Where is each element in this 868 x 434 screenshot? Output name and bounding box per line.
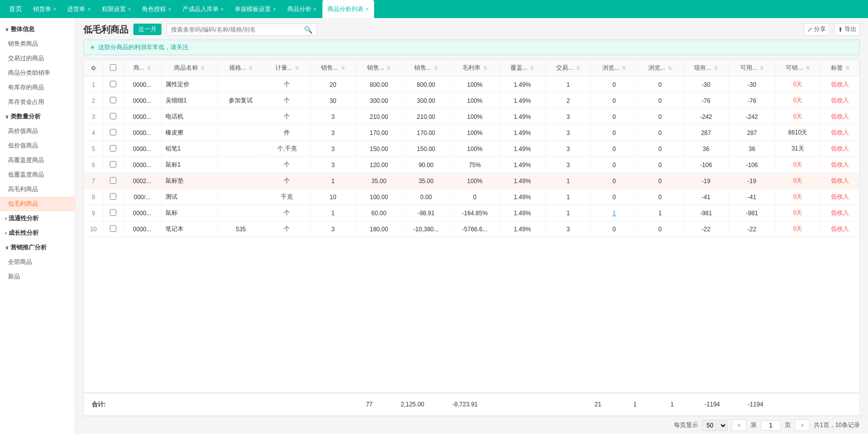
total-info: 共1页，10条记录 (814, 421, 860, 429)
sidebar-item-in-stock[interactable]: 有库存的商品 (0, 80, 75, 95)
export-button[interactable]: ⬆ 导出 (834, 23, 860, 36)
nav-home[interactable]: 首页 (4, 0, 27, 18)
th-name[interactable]: 商品名称 ⇅ (161, 60, 218, 77)
th-checkbox[interactable] (103, 60, 123, 77)
nav-analysis-list[interactable]: 商品分析列表 × (322, 0, 374, 18)
td-checkbox[interactable] (103, 141, 123, 157)
th-code[interactable]: 商... ⇅ (123, 60, 161, 77)
table-row: 3 0000... 电话机 个 3 210.00 210.00 100% 1.4… (84, 109, 859, 125)
sidebar-item-low-coverage[interactable]: 低覆盖度商品 (0, 168, 75, 182)
td-view1[interactable]: 0 (591, 141, 637, 157)
td-checkbox[interactable] (103, 205, 123, 221)
td-saleable: 0天 (775, 109, 821, 125)
th-trade[interactable]: 交易... ⇅ (545, 60, 591, 77)
nav-purchase[interactable]: 进货单 × (62, 0, 95, 18)
sidebar-item-traded-goods[interactable]: 交易过的商品 (0, 51, 75, 66)
table-container[interactable]: ⚙ 商... ⇅ 商品名称 ⇅ 规格... ⇅ 计量... ⇅ 销售... ⇅ … (83, 59, 860, 393)
td-coverage: 1.49% (499, 205, 546, 221)
th-saleable[interactable]: 可销... ⇅ (775, 60, 821, 77)
th-margin[interactable]: 毛利率 ⇅ (450, 60, 499, 77)
nav-sales[interactable]: 销货单 × (28, 0, 61, 18)
select-all-checkbox[interactable] (110, 64, 116, 71)
th-sales-qty[interactable]: 销售... ⇅ (310, 60, 356, 77)
sidebar-item-new-goods[interactable]: 新品 (0, 269, 75, 284)
td-no: 1 (84, 77, 103, 93)
td-sales-amount: -10,380... (402, 221, 450, 237)
td-margin: 100% (450, 173, 499, 189)
td-checkbox[interactable] (103, 77, 123, 93)
td-view1[interactable]: 0 (591, 173, 637, 189)
td-unit: 个 (264, 173, 310, 189)
section-arrow-growth: › (5, 230, 7, 236)
nav-close-purchase[interactable]: × (87, 6, 90, 12)
th-tag[interactable]: 标签 ⇅ (821, 60, 859, 77)
th-view1[interactable]: 浏览... ⇅ (591, 60, 637, 77)
th-unit[interactable]: 计量... ⇅ (264, 60, 310, 77)
sidebar-section-overall[interactable]: ∨ 整体信息 (0, 22, 75, 37)
td-sales-price: 210.00 (356, 109, 402, 125)
th-available[interactable]: 可用... ⇅ (729, 60, 775, 77)
td-view1[interactable]: 0 (591, 125, 637, 141)
sidebar-section-growth[interactable]: › 成长性分析 (0, 226, 75, 240)
sidebar-section-quantity[interactable]: ∨ 类数量分析 (0, 109, 75, 124)
th-settings[interactable]: ⚙ (84, 60, 103, 77)
td-checkbox[interactable] (103, 189, 123, 205)
nav-template[interactable]: 单据模板设置 × (230, 0, 281, 18)
sidebar-item-high-coverage[interactable]: 高覆盖度商品 (0, 153, 75, 168)
th-sales-price[interactable]: 销售... ⇅ (356, 60, 402, 77)
nav-analysis[interactable]: 商品分析 × (282, 0, 321, 18)
td-available: -30 (729, 77, 775, 93)
nav-close-products[interactable]: × (221, 6, 224, 12)
next-page-btn[interactable]: ＞ (795, 419, 810, 431)
nav-roles[interactable]: 角色授权 × (137, 0, 176, 18)
td-checkbox[interactable] (103, 221, 123, 237)
nav-close-permissions[interactable]: × (128, 6, 131, 12)
nav-close-template[interactable]: × (273, 6, 276, 12)
td-margin: 100% (450, 77, 499, 93)
th-spec[interactable]: 规格... ⇅ (218, 60, 264, 77)
search-box[interactable]: 🔍 (166, 24, 317, 36)
nav-close-analysis-list[interactable]: × (366, 6, 369, 12)
sidebar-item-high-value[interactable]: 高价值商品 (0, 124, 75, 138)
td-checkbox[interactable] (103, 173, 123, 189)
td-view1[interactable]: 0 (591, 221, 637, 237)
td-checkbox[interactable] (103, 125, 123, 141)
filter-recent-month[interactable]: 近一月 (133, 24, 161, 35)
share-button[interactable]: ⤢ 分享 (804, 23, 829, 36)
td-checkbox[interactable] (103, 109, 123, 125)
nav-permissions[interactable]: 权限设置 × (97, 0, 136, 18)
td-view1[interactable]: 1 (591, 205, 637, 221)
td-checkbox[interactable] (103, 157, 123, 173)
td-view1[interactable]: 0 (591, 93, 637, 109)
sidebar-section-marketing[interactable]: ∨ 营销推广分析 (0, 240, 75, 255)
sidebar-item-high-margin[interactable]: 高毛利商品 (0, 182, 75, 197)
search-input[interactable] (171, 26, 302, 33)
nav-close-analysis[interactable]: × (313, 6, 316, 12)
nav-close-sales[interactable]: × (53, 6, 56, 12)
nav-close-roles[interactable]: × (168, 6, 171, 12)
td-view1[interactable]: 0 (591, 77, 637, 93)
th-coverage[interactable]: 覆盖... ⇅ (499, 60, 546, 77)
th-view2[interactable]: 浏览... ⇅ (637, 60, 683, 77)
th-sales-amount[interactable]: 销售... ⇅ (402, 60, 450, 77)
sidebar-item-low-value[interactable]: 低价值商品 (0, 138, 75, 153)
total-sales-amount: -8,723.91 (437, 397, 493, 411)
page-input[interactable] (761, 420, 781, 430)
per-page-select[interactable]: 50 100 200 (702, 420, 728, 431)
td-view2: 0 (637, 221, 683, 237)
nav-products[interactable]: 产成品入库单 × (178, 0, 229, 18)
sidebar-item-sales-goods[interactable]: 销售类商品 (0, 37, 75, 51)
sidebar-item-capital[interactable]: 库存资金占用 (0, 95, 75, 109)
sidebar-item-all-goods[interactable]: 全部商品 (0, 255, 75, 269)
td-checkbox[interactable] (103, 93, 123, 109)
view-link[interactable]: 1 (612, 210, 616, 217)
sidebar-item-category-rate[interactable]: 商品分类助销率 (0, 66, 75, 80)
prev-page-btn[interactable]: ＜ (732, 419, 747, 431)
td-view1[interactable]: 0 (591, 157, 637, 173)
td-view1[interactable]: 0 (591, 189, 637, 205)
sidebar-item-low-margin[interactable]: 低毛利商品 (0, 197, 75, 211)
td-view1[interactable]: 0 (591, 109, 637, 125)
th-current[interactable]: 现有... ⇅ (683, 60, 729, 77)
td-code: 0000... (123, 93, 161, 109)
sidebar-section-flow[interactable]: › 流通性分析 (0, 211, 75, 226)
